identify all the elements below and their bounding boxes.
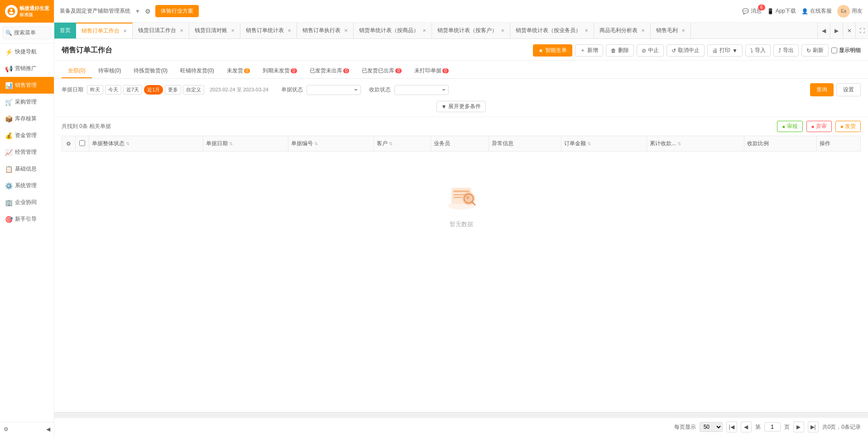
sidebar-item-sales[interactable]: 📊 销售管理 <box>0 77 54 94</box>
sidebar-item-marketing[interactable]: 📢 营销推广 <box>0 60 54 77</box>
subtab-shipped-out[interactable]: 已发货已出库0 <box>355 64 408 78</box>
page-input[interactable] <box>764 422 781 431</box>
sidebar-item-quick-nav[interactable]: ⚡ 快捷导航 <box>0 43 54 60</box>
scrollbar-area[interactable] <box>54 412 868 417</box>
page-size-select[interactable]: 50 20 100 <box>700 422 723 432</box>
tab-close-all-btn[interactable]: ✕ <box>843 23 855 39</box>
sidebar-item-enterprise[interactable]: 🏢 企业协同 <box>0 194 54 211</box>
stop-btn[interactable]: ⊘ 中止 <box>637 44 664 57</box>
tab-sales-staff[interactable]: 销货单统计表（按业务员） ✕ <box>510 23 594 39</box>
query-btn[interactable]: 查询 <box>810 83 834 96</box>
sidebar-item-guide[interactable]: 🎯 新手引导 <box>0 211 54 227</box>
tab-sales-stat[interactable]: 销售订单统计表 ✕ <box>240 23 297 39</box>
tab-close-sales-profit[interactable]: ✕ <box>681 28 685 33</box>
page-size-label: 每页显示 <box>674 423 696 431</box>
tab-prev-btn[interactable]: ◀ <box>817 23 830 39</box>
sidebar-settings-icon[interactable]: ⚙ <box>4 426 9 432</box>
subtab-pending-inspect[interactable]: 待拣货验货(0) <box>127 64 174 78</box>
sort-icon-status[interactable]: ⇅ <box>126 141 129 146</box>
settings-icon[interactable]: ⚙ <box>145 8 151 15</box>
sidebar-item-basic-info[interactable]: 📋 基础信息 <box>0 161 54 177</box>
app-download-btn[interactable]: 📱 App下载 <box>767 7 796 15</box>
tab-close-cash-reconcile[interactable]: ✕ <box>231 28 235 33</box>
smart-btn[interactable]: ★ 智能生单 <box>533 44 572 57</box>
sidebar-item-finance[interactable]: 💰 资金管理 <box>0 127 54 144</box>
prev-page-btn[interactable]: ◀ <box>741 422 752 432</box>
online-service-btn[interactable]: 👤 在线客服 <box>801 7 832 15</box>
show-detail-checkbox[interactable] <box>831 47 837 53</box>
tab-close-sales-product[interactable]: ✕ <box>422 28 426 33</box>
experience-btn[interactable]: 体验行业方案 <box>155 5 199 17</box>
subtab-overdue-ship[interactable]: 到期未发货0 <box>256 64 303 78</box>
payment-filter-select[interactable] <box>394 85 449 95</box>
tab-sales-order[interactable]: 销售订单工作台 ✕ <box>76 23 133 39</box>
date-btn-7days[interactable]: 近7天 <box>123 85 142 95</box>
last-page-btn[interactable]: ▶| <box>808 422 819 432</box>
cancel-stop-btn[interactable]: ↺ 取消中止 <box>667 44 705 57</box>
subtab-not-shipped[interactable]: 未发货0 <box>221 64 257 78</box>
pagination: 每页显示 50 20 100 |◀ ◀ 第 页 ▶ ▶| 共0页，0条记录 <box>54 417 868 436</box>
search-menu-btn[interactable]: 🔍 搜索菜单 <box>3 26 51 39</box>
message-btn[interactable]: 💬 消息 6 <box>742 7 762 15</box>
sidebar: 畅捷通好生意 标准版 🔍 搜索菜单 ⚡ 快捷导航 📢 营销推广 📊 销售管理 🛒… <box>0 0 54 436</box>
tab-maximize-btn[interactable]: ⛶ <box>855 23 868 39</box>
subtab-wangpu-ship[interactable]: 旺铺待发货(0) <box>174 64 221 78</box>
tab-close-sales-customer[interactable]: ✕ <box>501 28 504 33</box>
tab-gross-margin[interactable]: 商品毛利分析表 ✕ <box>594 23 651 39</box>
date-btn-1month[interactable]: 近1月 <box>144 85 163 95</box>
tab-sales-product[interactable]: 销货单统计表（按商品） ✕ <box>354 23 432 39</box>
print-btn[interactable]: 🖨 打印 ▼ <box>707 44 743 57</box>
tab-close-cash-day[interactable]: ✕ <box>180 28 183 33</box>
subtab-not-printed[interactable]: 未打印单据0 <box>408 64 455 78</box>
delete-btn[interactable]: 🗑 删除 <box>606 44 634 57</box>
first-page-btn[interactable]: |◀ <box>726 422 737 432</box>
status-filter-select[interactable] <box>307 85 361 95</box>
tab-close-gross-margin[interactable]: ✕ <box>641 28 645 33</box>
sidebar-item-system[interactable]: ⚙️ 系统管理 <box>0 177 54 194</box>
next-page-btn[interactable]: ▶ <box>793 422 804 432</box>
subtab-shipped-not-out[interactable]: 已发货未出库0 <box>303 64 356 78</box>
date-btn-more[interactable]: 更多 <box>165 85 181 95</box>
revoke-btn[interactable]: ● 弃审 <box>806 121 832 132</box>
filter-setting-btn[interactable]: 设置 <box>836 83 861 96</box>
sidebar-item-inventory[interactable]: 📦 库存核算 <box>0 110 54 127</box>
sort-icon-amount[interactable]: ⇅ <box>587 141 591 146</box>
tab-sales-exec[interactable]: 销售订单执行表 ✕ <box>297 23 354 39</box>
user-menu[interactable]: Ea 用友 <box>837 5 863 18</box>
tab-close-sales-stat[interactable]: ✕ <box>288 28 291 33</box>
sort-icon-date[interactable]: ⇅ <box>229 141 233 146</box>
tab-next-btn[interactable]: ▶ <box>830 23 843 39</box>
col-settings[interactable]: ⚙ <box>62 136 76 152</box>
expand-btn[interactable]: ▼ 展开更多条件 <box>436 101 486 112</box>
tab-close-sales-order[interactable]: ✕ <box>123 28 127 33</box>
date-btn-custom[interactable]: 自定义 <box>183 85 204 95</box>
show-detail-label[interactable]: 显示明细 <box>831 47 861 54</box>
tab-sales-profit[interactable]: 销售毛利 ✕ <box>651 23 691 39</box>
export-btn[interactable]: ⤴ 导出 <box>773 44 799 57</box>
cancel-icon: ↺ <box>671 47 676 54</box>
audit-btn[interactable]: ● 审核 <box>777 121 802 132</box>
tab-close-sales-exec[interactable]: ✕ <box>344 28 348 33</box>
tab-home[interactable]: 首页 <box>54 23 76 39</box>
dropdown-icon[interactable]: ▼ <box>135 8 140 14</box>
date-btn-today[interactable]: 今天 <box>105 85 121 95</box>
sort-icon-received[interactable]: ⇅ <box>677 141 681 146</box>
refresh-btn[interactable]: ↻ 刷新 <box>801 44 829 57</box>
tab-sales-customer[interactable]: 销货单统计表（按客户） ✕ <box>432 23 510 39</box>
col-checkbox[interactable] <box>76 136 89 152</box>
tab-cash-reconcile[interactable]: 钱货日清对账 ✕ <box>189 23 240 39</box>
sort-icon-number[interactable]: ⇅ <box>314 141 318 146</box>
sidebar-collapse-icon[interactable]: ◀ <box>46 426 50 432</box>
subtab-all[interactable]: 全部(0) <box>62 64 92 78</box>
select-all-checkbox[interactable] <box>79 140 85 146</box>
sidebar-item-operations[interactable]: 📈 经营管理 <box>0 144 54 161</box>
subtab-pending-review[interactable]: 待审核(0) <box>92 64 128 78</box>
tab-cash-day[interactable]: 钱货日清工作台 ✕ <box>133 23 189 39</box>
date-btn-yesterday[interactable]: 昨天 <box>87 85 103 95</box>
sidebar-item-purchase[interactable]: 🛒 采购管理 <box>0 94 54 110</box>
sort-icon-customer[interactable]: ⇅ <box>389 141 393 146</box>
import-btn[interactable]: ⤵ 导入 <box>745 44 771 57</box>
ship-btn[interactable]: ● 发货 <box>835 121 861 132</box>
add-btn[interactable]: ＋ 新增 <box>575 44 603 57</box>
tab-close-sales-staff[interactable]: ✕ <box>585 28 588 33</box>
